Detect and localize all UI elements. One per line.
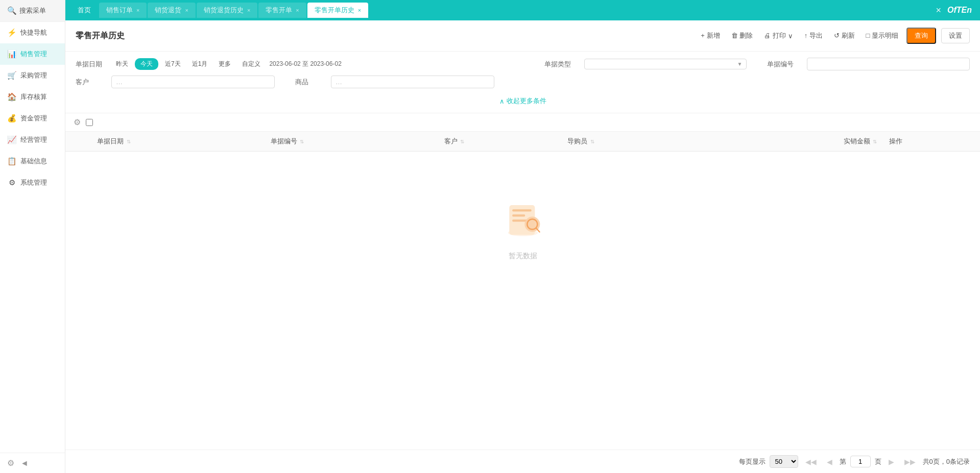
- tab-sales-order-close[interactable]: ×: [136, 8, 139, 13]
- finance-icon: 💰: [7, 114, 16, 123]
- sidebar-item-system[interactable]: ⚙ 系统管理: [0, 172, 65, 193]
- tab-retail-open-history[interactable]: 零售开单历史 ×: [307, 3, 368, 18]
- date-btn-more[interactable]: 更多: [214, 58, 235, 70]
- pagination: 每页显示 50 10 20 100 ◀◀ ◀ 第 页 ▶ ▶▶ 共0页，0条记录: [65, 450, 980, 473]
- sidebar-item-label: 经营管理: [20, 135, 47, 144]
- col-checkbox: [65, 132, 91, 152]
- export-button[interactable]: ↑ 导出: [801, 29, 826, 42]
- tab-sales-return[interactable]: 销货退货 ×: [148, 3, 195, 18]
- first-page-button[interactable]: ◀◀: [802, 457, 820, 467]
- sidebar-item-label: 销售管理: [20, 49, 47, 59]
- table-area: ⚙ 单据日期 ⇅ 单据编号 ⇅: [65, 113, 980, 450]
- tab-retail-open[interactable]: 零售开单 ×: [258, 3, 306, 18]
- col-number-sort: ⇅: [300, 139, 304, 144]
- tab-home-label: 首页: [78, 6, 91, 15]
- per-page-select[interactable]: 50 10 20 100: [770, 455, 798, 468]
- sales-icon: 📊: [7, 49, 16, 59]
- empty-icon: [497, 192, 548, 243]
- col-actions-label: 操作: [889, 137, 902, 145]
- add-button[interactable]: + 新增: [698, 29, 723, 42]
- display-button[interactable]: □ 显示明细: [863, 29, 901, 42]
- col-date-label: 单据日期: [97, 137, 124, 145]
- tab-sales-order[interactable]: 销售订单 ×: [99, 3, 147, 18]
- goods-placeholder: …: [336, 78, 342, 86]
- page-number-input[interactable]: [850, 456, 871, 467]
- date-btn-custom[interactable]: 自定义: [237, 58, 265, 70]
- tab-sales-return-close[interactable]: ×: [185, 8, 188, 13]
- col-amount[interactable]: 实销金额 ⇅: [710, 132, 883, 152]
- tab-retail-open-history-close[interactable]: ×: [358, 8, 361, 13]
- table-header-row: 单据日期 ⇅ 单据编号 ⇅ 客户 ⇅ 导购员 ⇅: [65, 132, 980, 152]
- tabbar-brand: OfTEn: [947, 6, 972, 15]
- sidebar-settings-button[interactable]: ⚙: [7, 458, 14, 468]
- page-title: 零售开单历史: [76, 31, 125, 48]
- tab-sales-return-history-close[interactable]: ×: [247, 8, 250, 13]
- date-btn-yesterday[interactable]: 昨天: [111, 58, 133, 70]
- sidebar-item-sales[interactable]: 📊 销售管理: [0, 43, 65, 65]
- date-btn-7days[interactable]: 近7天: [160, 58, 185, 70]
- sidebar-item-inventory[interactable]: 🏠 库存核算: [0, 86, 65, 108]
- goods-select[interactable]: …: [331, 76, 494, 88]
- prev-page-button[interactable]: ◀: [824, 457, 835, 467]
- goods-label: 商品: [295, 78, 331, 87]
- filter-area: 单据日期 昨天 今天 近7天 近1月 更多 自定义 2023-06-02 至 2…: [65, 52, 980, 113]
- filter-row-date: 单据日期 昨天 今天 近7天 近1月 更多 自定义 2023-06-02 至 2…: [76, 58, 970, 70]
- last-page-button[interactable]: ▶▶: [901, 457, 919, 467]
- sidebar-item-base[interactable]: 📋 基础信息: [0, 151, 65, 172]
- refresh-button[interactable]: ↺ 刷新: [831, 29, 858, 42]
- col-salesperson[interactable]: 导购员 ⇅: [561, 132, 710, 152]
- page-suffix: 页: [875, 457, 881, 466]
- table-settings-icon[interactable]: ⚙: [74, 117, 81, 127]
- sidebar-search[interactable]: 🔍 搜索采单: [0, 0, 65, 22]
- sidebar-item-label: 资金管理: [20, 114, 47, 123]
- page-label: 第: [840, 457, 846, 466]
- delete-button[interactable]: 🗑 删除: [728, 29, 756, 42]
- col-customer[interactable]: 客户 ⇅: [438, 132, 561, 152]
- col-number[interactable]: 单据编号 ⇅: [265, 132, 438, 152]
- date-btn-1month[interactable]: 近1月: [187, 58, 212, 70]
- select-all-checkbox[interactable]: [86, 119, 93, 126]
- sidebar-item-label: 快捷导航: [20, 28, 47, 37]
- tab-retail-open-close[interactable]: ×: [296, 8, 299, 13]
- total-records: 共0页，0条记录: [923, 457, 970, 466]
- sidebar-item-purchase[interactable]: 🛒 采购管理: [0, 65, 65, 86]
- empty-state-row: 暂无数据: [65, 152, 980, 302]
- next-page-button[interactable]: ▶: [886, 457, 897, 467]
- customer-label: 客户: [76, 78, 111, 87]
- collapse-label: 收起更多条件: [507, 96, 546, 106]
- sidebar-nav: ⚡ 快捷导航 📊 销售管理 🛒 采购管理 🏠 库存核算 💰 资金管理 📈 经营管…: [0, 22, 65, 453]
- sidebar-item-operations[interactable]: 📈 经营管理: [0, 129, 65, 151]
- col-number-label: 单据编号: [271, 137, 297, 145]
- sidebar-item-finance[interactable]: 💰 资金管理: [0, 108, 65, 129]
- number-label: 单据编号: [767, 60, 803, 69]
- collapse-button[interactable]: ∧ 收起更多条件: [76, 93, 970, 107]
- tab-home[interactable]: 首页: [70, 3, 98, 18]
- tab-retail-open-history-label: 零售开单历史: [315, 6, 354, 15]
- tab-sales-return-label: 销货退货: [155, 6, 181, 15]
- filter-date-buttons: 昨天 今天 近7天 近1月 更多 自定义: [111, 58, 265, 70]
- inventory-icon: 🏠: [7, 92, 16, 102]
- content: 零售开单历史 + 新增 🗑 删除 🖨 打印 ∨ ↑ 导出 ↺ 刷新 □ 显示明细…: [65, 20, 980, 473]
- type-select[interactable]: ▼: [584, 59, 747, 69]
- date-range-display: 2023-06-02 至 2023-06-02: [269, 60, 341, 68]
- sidebar-collapse-button[interactable]: ◄: [20, 459, 29, 468]
- number-input[interactable]: [807, 58, 970, 70]
- col-date[interactable]: 单据日期 ⇅: [91, 132, 265, 152]
- tabbar: 首页 销售订单 × 销货退货 × 销货退货历史 × 零售开单 × 零售开单历史 …: [65, 0, 980, 20]
- date-btn-today[interactable]: 今天: [135, 58, 158, 70]
- query-button[interactable]: 查询: [906, 28, 936, 44]
- tab-sales-return-history-label: 销货退货历史: [204, 6, 244, 15]
- tabbar-close-all[interactable]: ×: [936, 5, 941, 16]
- customer-select[interactable]: …: [111, 76, 275, 88]
- sidebar-item-label: 采购管理: [20, 71, 47, 80]
- data-table: 单据日期 ⇅ 单据编号 ⇅ 客户 ⇅ 导购员 ⇅: [65, 132, 980, 302]
- operations-icon: 📈: [7, 135, 16, 144]
- print-button[interactable]: 🖨 打印 ∨: [761, 29, 796, 42]
- col-salesperson-label: 导购员: [567, 137, 587, 145]
- table-body: 暂无数据: [65, 152, 980, 302]
- settings-button[interactable]: 设置: [941, 28, 970, 43]
- purchase-icon: 🛒: [7, 71, 16, 80]
- sidebar-item-shortcuts[interactable]: ⚡ 快捷导航: [0, 22, 65, 43]
- tab-sales-return-history[interactable]: 销货退货历史 ×: [197, 3, 257, 18]
- col-date-sort: ⇅: [127, 139, 131, 144]
